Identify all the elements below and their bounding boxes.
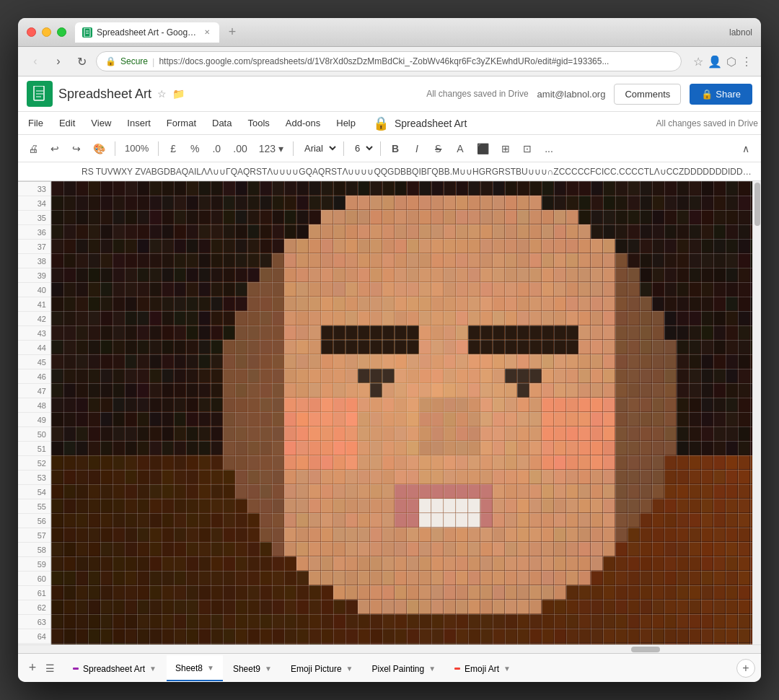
user-email: amit@labnol.org (537, 89, 606, 100)
bookmark-icon[interactable]: ☆ (693, 55, 703, 69)
h-scrollbar[interactable] (18, 644, 761, 653)
tab-bar: Spreadsheet Art - Google She... ✕ + (75, 22, 729, 43)
profile-icon[interactable]: 👤 (708, 55, 722, 69)
tab-label-sheet9: Sheet9 (233, 664, 260, 674)
fill-color-button[interactable]: ⬛ (472, 139, 493, 158)
zoom-control[interactable]: 100% (120, 141, 153, 155)
tab-dropdown-icon[interactable]: ▼ (149, 665, 157, 673)
sheet-list-button[interactable]: ☰ (41, 660, 58, 677)
tab-title: Spreadsheet Art - Google She... (97, 27, 198, 38)
tab-label-pixel-painting: Pixel Painting (371, 664, 424, 674)
menu-help[interactable]: Help (329, 115, 363, 131)
sheets-title-row: Spreadsheet Art ☆ 📁 All changes saved in… (27, 76, 752, 111)
url-bar[interactable]: 🔒 Secure | https://docs.google.com/sprea… (96, 51, 682, 71)
extensions-icon[interactable]: ⬡ (726, 55, 736, 69)
comments-button[interactable]: Comments (614, 84, 681, 105)
menu-file[interactable]: File (21, 115, 50, 131)
redo-button[interactable]: ↪ (67, 139, 86, 158)
add-sheet-button[interactable]: + (24, 660, 41, 677)
tab-emoji-picture[interactable]: Emoji Picture ▼ (282, 655, 362, 681)
svg-rect-0 (84, 28, 90, 37)
tab-sheet8[interactable]: Sheet8 ▼ (167, 655, 223, 681)
row-header: 36 (18, 225, 50, 240)
tab-label-emoji-art: Emoji Art (465, 664, 499, 674)
h-scrollbar-thumb[interactable] (631, 647, 660, 652)
percent-button[interactable]: % (185, 139, 204, 158)
tab-color-dot-emoji-art (454, 668, 460, 670)
row-header: 64 (18, 629, 50, 644)
undo-button[interactable]: ↩ (45, 139, 64, 158)
refresh-button[interactable]: ↻ (73, 53, 90, 70)
separator-2 (158, 141, 159, 156)
new-tab-button[interactable]: + (222, 22, 242, 43)
print-button[interactable]: 🖨 (24, 139, 43, 158)
menu-data[interactable]: Data (205, 115, 239, 131)
formula-bar: RS TUVWXY ZVABGDBAQAΙLΛΛ∪∪ΓQAQRSTΛ∪∪∪∪GQ… (18, 162, 761, 181)
row-header: 55 (18, 499, 50, 514)
row-header: 38 (18, 254, 50, 268)
save-status: All changes saved in Drive (426, 89, 528, 99)
tab-dropdown-icon-pixel[interactable]: ▼ (428, 665, 436, 673)
bold-button[interactable]: B (386, 139, 405, 158)
sheets-menu-bar: File Edit View Insert Format Data Tools … (18, 112, 761, 135)
row-header: 50 (18, 427, 50, 442)
share-button[interactable]: 🔒Share (690, 84, 752, 105)
format-number-button[interactable]: 123 ▾ (255, 139, 288, 158)
new-sheet-button[interactable]: + (736, 659, 755, 678)
font-size-select[interactable]: 6 (349, 141, 375, 156)
text-color-button[interactable]: A (451, 139, 470, 158)
row-header: 37 (18, 240, 50, 254)
menu-format[interactable]: Format (159, 115, 203, 131)
row-headers: 3334353637383940414243444546474849505152… (18, 181, 51, 644)
tab-dropdown-icon-sheet9[interactable]: ▼ (265, 665, 272, 673)
font-family-select[interactable]: Arial (299, 141, 338, 156)
forward-button[interactable]: › (50, 53, 67, 70)
star-icon[interactable]: ☆ (157, 88, 167, 100)
menu-view[interactable]: View (84, 115, 118, 131)
paint-format-button[interactable]: 🎨 (89, 139, 110, 158)
borders-button[interactable]: ⊞ (496, 139, 515, 158)
sheets-title-center: Spreadsheet Art (395, 118, 467, 129)
row-header: 53 (18, 471, 50, 485)
v-scrollbar[interactable] (752, 181, 761, 644)
row-header: 61 (18, 586, 50, 600)
decimal-increase-button[interactable]: .00 (229, 139, 251, 158)
more-toolbar-button[interactable]: ... (540, 139, 558, 158)
maximize-button[interactable] (57, 27, 66, 37)
italic-button[interactable]: I (408, 139, 426, 158)
currency-button[interactable]: £ (164, 139, 182, 158)
menu-addons[interactable]: Add-ons (278, 115, 327, 131)
collapse-toolbar-button[interactable]: ∧ (736, 139, 755, 158)
minimize-button[interactable] (42, 27, 51, 37)
sheets-logo (27, 81, 53, 107)
decimal-decrease-button[interactable]: .0 (207, 139, 226, 158)
row-header: 49 (18, 413, 50, 427)
tab-dropdown-icon-emoji-art[interactable]: ▼ (503, 665, 511, 673)
row-header: 47 (18, 384, 50, 398)
mac-window: Spreadsheet Art - Google She... ✕ + labn… (18, 18, 761, 682)
tab-sheet9[interactable]: Sheet9 ▼ (224, 655, 281, 681)
tab-label-sheet8: Sheet8 (175, 663, 203, 673)
tab-spreadsheet-art[interactable]: Spreadsheet Art ▼ (64, 655, 165, 681)
tab-pixel-painting[interactable]: Pixel Painting ▼ (363, 655, 444, 681)
browser-tab[interactable]: Spreadsheet Art - Google She... ✕ (75, 22, 219, 43)
menu-insert[interactable]: Insert (120, 115, 158, 131)
drive-icon[interactable]: 📁 (172, 88, 185, 100)
separator-1 (115, 141, 115, 156)
tab-dropdown-icon-sheet8[interactable]: ▼ (207, 664, 214, 672)
tab-color-dot (73, 668, 79, 670)
tab-dropdown-icon-emoji[interactable]: ▼ (346, 665, 353, 673)
strikethrough-button[interactable]: S̶ (429, 139, 448, 158)
menu-edit[interactable]: Edit (52, 115, 82, 131)
tab-close-icon[interactable]: ✕ (202, 27, 212, 38)
merge-cells-button[interactable]: ⊡ (518, 139, 537, 158)
row-header: 57 (18, 528, 50, 543)
back-button[interactable]: ‹ (27, 53, 44, 70)
formula-content: RS TUVWXY ZVABGDBAQAΙLΛΛ∪∪ΓQAQRSTΛ∪∪∪∪GQ… (76, 167, 761, 177)
menu-tools[interactable]: Tools (240, 115, 276, 131)
v-scrollbar-thumb[interactable] (754, 183, 760, 226)
close-button[interactable] (27, 27, 36, 37)
row-header: 51 (18, 442, 50, 456)
more-options-icon[interactable]: ⋮ (741, 55, 752, 69)
tab-emoji-art[interactable]: Emoji Art ▼ (446, 655, 519, 681)
